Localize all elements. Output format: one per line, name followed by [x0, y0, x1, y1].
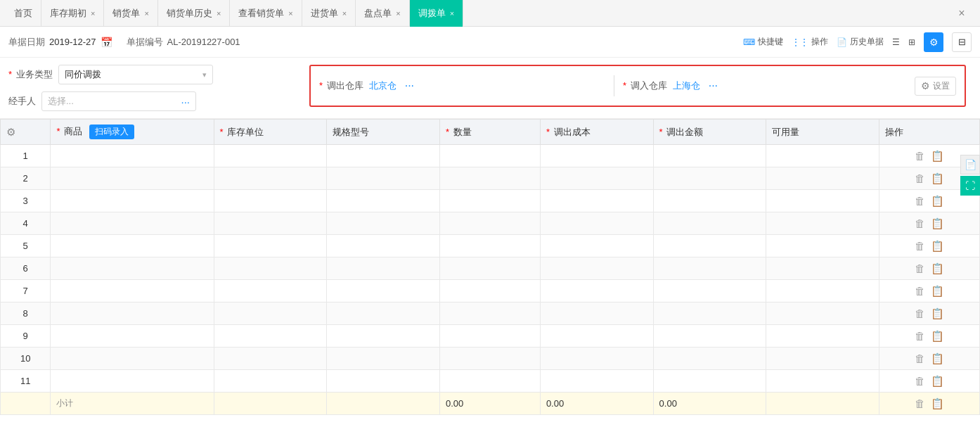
row-spec-8[interactable] [327, 302, 440, 325]
tab-inventory-check-close[interactable]: × [396, 9, 400, 18]
row-available-2[interactable] [766, 167, 879, 190]
tab-inventory-check[interactable]: 盘点单 × [356, 0, 409, 27]
row-available-6[interactable] [766, 257, 879, 280]
row-available-9[interactable] [766, 325, 879, 348]
warehouse-settings-btn[interactable]: ⚙ 设置 [915, 77, 956, 96]
row-cost-4[interactable] [540, 212, 653, 235]
tab-view-sales-close[interactable]: × [288, 9, 292, 18]
row-spec-5[interactable] [327, 235, 440, 257]
row-qty-2[interactable] [440, 167, 541, 190]
tab-sales-history-close[interactable]: × [217, 9, 221, 18]
row-amount-5[interactable] [653, 235, 766, 257]
side-expand-btn[interactable]: ⛶ [960, 176, 980, 196]
delete-icon-9[interactable]: 🗑 [915, 330, 925, 342]
row-amount-9[interactable] [653, 325, 766, 348]
delete-icon-2[interactable]: 🗑 [915, 172, 925, 184]
row-spec-3[interactable] [327, 190, 440, 212]
row-available-1[interactable] [766, 145, 879, 167]
row-qty-5[interactable] [440, 235, 541, 257]
row-cost-5[interactable] [540, 235, 653, 257]
operations-button[interactable]: ⋮⋮ 操作 [792, 36, 828, 48]
copy-icon-6[interactable]: 📋 [931, 262, 944, 275]
settings-btn-top[interactable]: ⚙ [924, 32, 943, 52]
copy-icon-10[interactable]: 📋 [931, 352, 944, 365]
row-product-1[interactable] [51, 145, 214, 167]
row-available-8[interactable] [766, 302, 879, 325]
delete-icon-10[interactable]: 🗑 [915, 352, 925, 364]
row-qty-7[interactable] [440, 280, 541, 302]
copy-icon-11[interactable]: 📋 [931, 375, 944, 388]
tab-transfer[interactable]: 调拨单 × [410, 0, 463, 27]
row-available-5[interactable] [766, 235, 879, 257]
row-amount-3[interactable] [653, 190, 766, 212]
row-unit-11[interactable] [214, 370, 327, 393]
row-cost-2[interactable] [540, 167, 653, 190]
layout1-button[interactable]: ☰ [892, 37, 900, 47]
copy-icon-5[interactable]: 📋 [931, 240, 944, 253]
tab-view-sales[interactable]: 查看销货单 × [230, 0, 302, 27]
row-qty-10[interactable] [440, 348, 541, 370]
row-unit-6[interactable] [214, 257, 327, 280]
copy-icon-2[interactable]: 📋 [931, 172, 944, 185]
row-product-8[interactable] [51, 302, 214, 325]
row-amount-2[interactable] [653, 167, 766, 190]
handler-select[interactable]: 选择... ··· [41, 91, 196, 111]
row-available-11[interactable] [766, 370, 879, 393]
shortcuts-button[interactable]: ⌨ 快捷键 [743, 36, 783, 48]
row-product-2[interactable] [51, 167, 214, 190]
gear-icon[interactable]: ⚙ [6, 126, 15, 138]
tab-purchase[interactable]: 进货单 × [302, 0, 356, 27]
row-cost-8[interactable] [540, 302, 653, 325]
row-product-5[interactable] [51, 235, 214, 257]
row-unit-1[interactable] [214, 145, 327, 167]
warehouse-in-more[interactable]: ··· [709, 79, 718, 92]
copy-icon-8[interactable]: 📋 [931, 307, 944, 320]
row-spec-7[interactable] [327, 280, 440, 302]
row-amount-8[interactable] [653, 302, 766, 325]
row-available-10[interactable] [766, 348, 879, 370]
row-cost-11[interactable] [540, 370, 653, 393]
row-qty-11[interactable] [440, 370, 541, 393]
layout2-button[interactable]: ⊞ [908, 37, 915, 47]
row-available-7[interactable] [766, 280, 879, 302]
tab-transfer-close[interactable]: × [450, 9, 454, 18]
row-available-4[interactable] [766, 212, 879, 235]
row-unit-9[interactable] [214, 325, 327, 348]
delete-icon-7[interactable]: 🗑 [915, 285, 925, 297]
tab-sales-order[interactable]: 销货单 × [104, 0, 157, 27]
row-amount-7[interactable] [653, 280, 766, 302]
row-amount-10[interactable] [653, 348, 766, 370]
row-spec-2[interactable] [327, 167, 440, 190]
business-type-select[interactable]: 同价调拨 ▾ [58, 65, 213, 84]
row-product-10[interactable] [51, 348, 214, 370]
grid-view-button[interactable]: ⊟ [952, 32, 972, 52]
warehouse-out-more[interactable]: ··· [405, 79, 414, 92]
delete-icon-1[interactable]: 🗑 [915, 150, 925, 162]
delete-icon-8[interactable]: 🗑 [915, 307, 925, 319]
row-cost-6[interactable] [540, 257, 653, 280]
row-unit-5[interactable] [214, 235, 327, 257]
row-qty-6[interactable] [440, 257, 541, 280]
row-spec-11[interactable] [327, 370, 440, 393]
row-qty-4[interactable] [440, 212, 541, 235]
tab-inventory-init-close[interactable]: × [91, 9, 95, 18]
copy-icon-4[interactable]: 📋 [931, 217, 944, 230]
delete-icon-11[interactable]: 🗑 [915, 375, 925, 387]
tab-purchase-close[interactable]: × [342, 9, 347, 18]
row-unit-7[interactable] [214, 280, 327, 302]
row-unit-8[interactable] [214, 302, 327, 325]
copy-icon-7[interactable]: 📋 [931, 285, 944, 298]
tab-sales-order-close[interactable]: × [144, 9, 148, 18]
row-spec-4[interactable] [327, 212, 440, 235]
row-product-7[interactable] [51, 280, 214, 302]
row-qty-8[interactable] [440, 302, 541, 325]
row-cost-9[interactable] [540, 325, 653, 348]
row-amount-4[interactable] [653, 212, 766, 235]
delete-icon-6[interactable]: 🗑 [915, 262, 925, 274]
handler-more-icon[interactable]: ··· [181, 96, 190, 108]
copy-icon-1[interactable]: 📋 [931, 150, 944, 163]
tab-home[interactable]: 首页 [6, 0, 41, 27]
subtotal-delete-icon[interactable]: 🗑 [915, 397, 925, 409]
tab-sales-history[interactable]: 销货单历史 × [158, 0, 230, 27]
row-amount-6[interactable] [653, 257, 766, 280]
